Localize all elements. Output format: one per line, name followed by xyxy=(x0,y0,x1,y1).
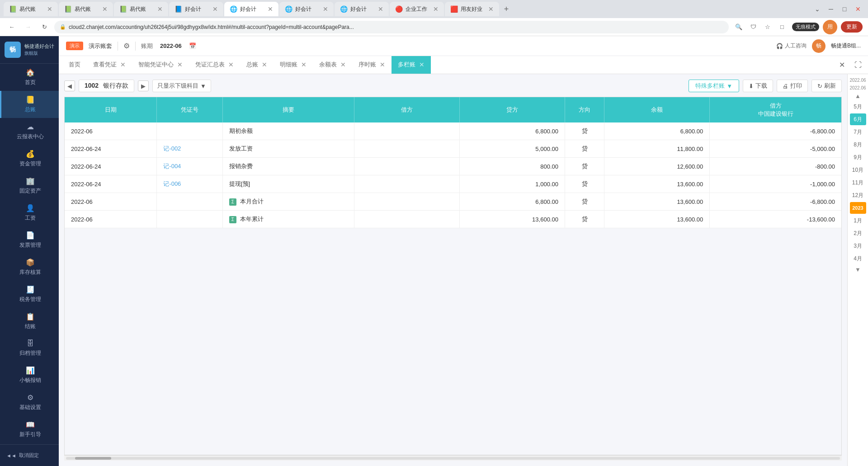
sidebar-item-archive[interactable]: 🗄 归档管理 xyxy=(0,335,59,362)
expense-icon: 📊 xyxy=(26,366,35,375)
new-tab-button[interactable]: + xyxy=(500,3,513,15)
month-scroll-up[interactable]: ▲ xyxy=(852,91,864,100)
browser-tab-1[interactable]: 📗 易代账 ✕ xyxy=(4,2,58,16)
sidebar-item-home[interactable]: 🏠 首页 xyxy=(0,64,59,91)
browser-tab-8[interactable]: 🔴 企业工作 ✕ xyxy=(390,2,444,16)
calendar-icon[interactable]: 📅 xyxy=(189,42,196,49)
month-item-june[interactable]: 6月 xyxy=(850,113,866,125)
tab-list-button[interactable]: ⌄ xyxy=(811,3,824,15)
url-bar[interactable]: 🔒 cloud2.chanjet.com/accounting/uh26t264… xyxy=(54,21,729,33)
app-tab-detail-ledger[interactable]: 明细账 ✕ xyxy=(274,56,313,74)
tab-close-balance[interactable]: ✕ xyxy=(340,61,346,68)
prev-account-button[interactable]: ◀ xyxy=(64,80,75,91)
sidebar-item-inventory[interactable]: 📦 库存核算 xyxy=(0,254,59,281)
next-account-button[interactable]: ▶ xyxy=(138,80,149,91)
voucher-link-4[interactable]: 记-006 xyxy=(163,180,181,187)
tab-close-voucher-summary[interactable]: ✕ xyxy=(228,61,234,68)
tab-close-5[interactable]: ✕ xyxy=(268,5,273,13)
sidebar-item-ledger[interactable]: 📒 总账 xyxy=(0,91,59,118)
reading-mode-button[interactable]: 🛡 xyxy=(747,21,760,33)
voucher-link-2[interactable]: 记-002 xyxy=(163,145,181,152)
month-item-mar[interactable]: 3月 xyxy=(850,240,866,252)
assets-icon: 🏢 xyxy=(26,177,35,185)
tab-close-8[interactable]: ✕ xyxy=(433,5,439,13)
cell-summary-2: 发放工资 xyxy=(222,140,354,158)
tab-close-6[interactable]: ✕ xyxy=(323,5,328,13)
tab-close-detail-ledger[interactable]: ✕ xyxy=(301,61,307,68)
download-button[interactable]: ⬇ 下载 xyxy=(743,80,773,92)
app-tab-voucher-summary[interactable]: 凭证汇总表 ✕ xyxy=(189,56,240,74)
sidebar-item-report[interactable]: ☁ 云报表中心 xyxy=(0,118,59,145)
sidebar-item-settings[interactable]: ⚙ 基础设置 xyxy=(0,389,59,416)
print-button[interactable]: 🖨 打印 xyxy=(777,80,808,92)
sidebar-item-assets[interactable]: 🏢 固定资产 xyxy=(0,172,59,199)
reload-button[interactable]: ↻ xyxy=(38,21,51,33)
tab-close-voucher[interactable]: ✕ xyxy=(120,61,126,68)
tab-close-multi-column[interactable]: ✕ xyxy=(419,61,425,68)
settings-gear-icon[interactable]: ⚙ xyxy=(123,42,130,50)
tab-close-9[interactable]: ✕ xyxy=(488,5,494,13)
sidebar-item-close[interactable]: 📋 结账 xyxy=(0,308,59,335)
tab-close-general-ledger[interactable]: ✕ xyxy=(262,61,267,68)
app-tab-smart-voucher[interactable]: 智能凭证中心 ✕ xyxy=(132,56,189,74)
month-scroll-down[interactable]: ▼ xyxy=(852,265,864,274)
app-tab-balance[interactable]: 余额表 ✕ xyxy=(313,56,352,74)
minimize-button[interactable]: ─ xyxy=(825,3,837,15)
app-tab-voucher[interactable]: 查看凭证 ✕ xyxy=(87,56,132,74)
tab-close-smart-voucher[interactable]: ✕ xyxy=(177,61,183,68)
browser-tab-4[interactable]: 📘 好会计 ✕ xyxy=(169,2,223,16)
star-button[interactable]: ☆ xyxy=(761,21,774,33)
maximize-tab-button[interactable]: ⛶ xyxy=(852,59,864,71)
back-button[interactable]: ← xyxy=(5,21,18,33)
sum-icon-2: Σ xyxy=(229,216,236,223)
browser-tab-3[interactable]: 📗 易代账 ✕ xyxy=(114,2,168,16)
close-window-button[interactable]: ✕ xyxy=(852,3,864,15)
tab-close-1[interactable]: ✕ xyxy=(47,5,52,13)
sidebar-item-guide[interactable]: 📖 新手引导 xyxy=(0,416,59,443)
month-item-july[interactable]: 7月 xyxy=(850,126,866,138)
sidebar-item-tax[interactable]: 🧾 税务管理 xyxy=(0,281,59,308)
app-tab-home[interactable]: 首页 xyxy=(62,56,87,74)
multi-column-button[interactable]: 特殊多栏账 ▼ xyxy=(689,80,739,92)
refresh-button[interactable]: ↻ 刷新 xyxy=(811,80,842,92)
month-item-sep[interactable]: 9月 xyxy=(850,151,866,163)
app-tab-journal[interactable]: 序时账 ✕ xyxy=(352,56,392,74)
browser-tab-7[interactable]: 🌐 好会计 ✕ xyxy=(335,2,389,16)
month-item-aug[interactable]: 8月 xyxy=(850,139,866,151)
tab-close-journal[interactable]: ✕ xyxy=(380,61,385,68)
tab-close-7[interactable]: ✕ xyxy=(378,5,383,13)
app-tab-multi-column[interactable]: 多栏账 ✕ xyxy=(392,56,431,74)
tab-close-2[interactable]: ✕ xyxy=(102,5,108,13)
maximize-button[interactable]: □ xyxy=(838,3,851,15)
bookmark-button[interactable]: 🔍 xyxy=(732,21,745,33)
tab-close-4[interactable]: ✕ xyxy=(212,5,218,13)
subject-filter-dropdown[interactable]: 只显示下级科目 ▼ xyxy=(152,80,211,92)
close-all-tabs-button[interactable]: ✕ xyxy=(835,59,848,71)
month-item-oct[interactable]: 10月 xyxy=(850,164,866,176)
forward-button[interactable]: → xyxy=(22,21,34,33)
app-tab-general-ledger[interactable]: 总账 ✕ xyxy=(240,56,274,74)
sidebar-item-fund[interactable]: 💰 资金管理 xyxy=(0,145,59,172)
chevron-down-icon: ▼ xyxy=(726,83,732,89)
horizontal-scrollbar[interactable] xyxy=(64,455,842,461)
sidebar-item-salary[interactable]: 👤 工资 xyxy=(0,199,59,226)
sidebar-item-invoice[interactable]: 📄 发票管理 xyxy=(0,226,59,254)
update-button[interactable]: 更新 xyxy=(841,21,863,33)
month-item-feb[interactable]: 2月 xyxy=(850,227,866,239)
tab-close-3[interactable]: ✕ xyxy=(157,5,163,13)
browser-tab-2[interactable]: 📗 易代账 ✕ xyxy=(59,2,113,16)
month-item-may[interactable]: 5月 xyxy=(850,101,866,113)
month-item-jan[interactable]: 1月 xyxy=(850,215,866,226)
unpin-button[interactable]: ◄◄ 取消固定 xyxy=(5,449,54,461)
browser-tab-9[interactable]: 🟥 用友好业 ✕ xyxy=(445,2,499,16)
month-item-dec[interactable]: 12月 xyxy=(850,189,866,201)
user-profile-button[interactable]: 用 xyxy=(823,20,837,34)
browser-tab-5[interactable]: 🌐 好会计 ✕ xyxy=(224,2,278,16)
voucher-link-3[interactable]: 记-004 xyxy=(163,163,181,169)
sidebar-item-expense[interactable]: 📊 小畅报销 xyxy=(0,362,59,389)
extensions-button[interactable]: □ xyxy=(776,21,788,33)
service-button[interactable]: 🎧 人工咨询 xyxy=(776,42,807,50)
browser-tab-6[interactable]: 🌐 好会计 ✕ xyxy=(279,2,334,16)
month-item-apr[interactable]: 4月 xyxy=(850,253,866,264)
month-item-nov[interactable]: 11月 xyxy=(850,177,866,188)
